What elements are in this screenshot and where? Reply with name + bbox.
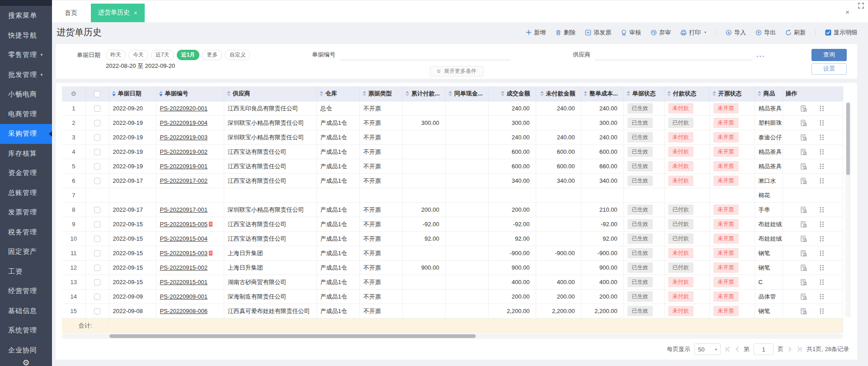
- print-button[interactable]: 打印 ▾: [680, 29, 706, 37]
- row-checkbox[interactable]: [94, 120, 100, 126]
- order-number-link[interactable]: PS-20220908-006: [160, 308, 208, 314]
- related-grid-icon[interactable]: [818, 235, 825, 242]
- delete-button[interactable]: 删除: [555, 29, 576, 37]
- tab-purchase-history[interactable]: 进货单历史 ×: [91, 4, 145, 22]
- import-button[interactable]: 导入: [726, 29, 746, 37]
- column-header[interactable]: 票据类型: [359, 86, 402, 101]
- column-header[interactable]: 开票状态: [709, 86, 755, 101]
- sidebar-item[interactable]: 小畅电商: [0, 85, 52, 105]
- vertical-scrollbar[interactable]: [845, 101, 851, 318]
- related-grid-icon[interactable]: [818, 308, 825, 314]
- row-checkbox[interactable]: [94, 221, 100, 228]
- related-grid-icon[interactable]: [818, 279, 825, 285]
- column-header[interactable]: 成交金额: [488, 86, 536, 101]
- date-pill[interactable]: 近7天: [151, 50, 174, 60]
- preview-document-icon[interactable]: [800, 163, 807, 170]
- related-grid-icon[interactable]: [818, 163, 825, 170]
- supplier-input[interactable]: [595, 50, 752, 60]
- column-header[interactable]: 仓库: [316, 86, 359, 101]
- preview-document-icon[interactable]: [800, 105, 807, 112]
- preview-document-icon[interactable]: [800, 119, 807, 127]
- related-grid-icon[interactable]: [818, 264, 825, 271]
- sidebar-item[interactable]: 固定资产: [0, 242, 52, 262]
- sidebar-item[interactable]: 零售管理▼: [0, 45, 52, 65]
- order-number-link[interactable]: PS-20220909-001: [160, 293, 208, 300]
- preview-document-icon[interactable]: [800, 148, 807, 156]
- refresh-button[interactable]: 刷新: [785, 29, 806, 37]
- related-grid-icon[interactable]: [818, 148, 825, 155]
- column-header[interactable]: 累计付款...: [402, 86, 445, 101]
- sort-arrows-icon[interactable]: [501, 91, 505, 96]
- query-button[interactable]: 查询: [811, 49, 847, 61]
- window-close-icon[interactable]: ×: [845, 8, 849, 16]
- sort-arrows-icon[interactable]: [448, 91, 452, 96]
- column-header[interactable]: 单据状态: [623, 86, 664, 101]
- settings-gear-icon[interactable]: ⚙: [22, 358, 29, 366]
- row-checkbox[interactable]: [94, 105, 100, 112]
- related-grid-icon[interactable]: [818, 250, 825, 257]
- column-header[interactable]: 未付款金额: [536, 86, 581, 101]
- related-grid-icon[interactable]: [818, 206, 825, 213]
- last-page-button[interactable]: [796, 347, 802, 352]
- preview-document-icon[interactable]: [800, 293, 807, 300]
- sidebar-item[interactable]: 资金管理: [0, 163, 52, 183]
- order-number-link[interactable]: PS-20220919-003: [160, 134, 208, 141]
- column-header[interactable]: 单据编号: [156, 86, 224, 101]
- order-no-input[interactable]: [340, 50, 511, 60]
- sort-arrows-icon[interactable]: [584, 91, 587, 96]
- sort-arrows-icon[interactable]: [712, 91, 716, 96]
- date-pill[interactable]: 昨天: [106, 50, 126, 60]
- add-button[interactable]: 新增: [526, 29, 546, 37]
- order-number-link[interactable]: PS-20220915-002: [160, 264, 208, 271]
- sidebar-item[interactable]: 采购管理: [0, 124, 52, 144]
- order-number-link[interactable]: PS-20220919-001: [160, 163, 208, 170]
- row-checkbox[interactable]: [94, 265, 100, 271]
- audit-button[interactable]: 审核: [621, 29, 641, 37]
- horizontal-scrollbar-thumb[interactable]: [109, 334, 476, 338]
- column-header[interactable]: 单据日期: [109, 86, 156, 101]
- order-number-link[interactable]: PS-20220917-002: [160, 177, 208, 184]
- column-header[interactable]: 供应商: [224, 86, 316, 101]
- order-number-link[interactable]: PS-20220919-004: [160, 119, 208, 126]
- first-page-button[interactable]: [725, 347, 731, 352]
- preview-document-icon[interactable]: [800, 308, 807, 315]
- column-header[interactable]: 付款状态: [664, 86, 709, 101]
- column-header[interactable]: 同单现金...: [445, 86, 488, 101]
- related-grid-icon[interactable]: [818, 119, 825, 126]
- sidebar-item[interactable]: 税务管理: [0, 223, 52, 242]
- order-number-link[interactable]: PS-20220919-002: [160, 148, 208, 155]
- preview-document-icon[interactable]: [800, 177, 807, 185]
- sort-arrows-icon[interactable]: [363, 91, 366, 96]
- page-number-input[interactable]: 1: [754, 343, 774, 355]
- sidebar-item[interactable]: 库存核算: [0, 144, 52, 164]
- export-button[interactable]: 导出: [755, 29, 776, 37]
- preview-document-icon[interactable]: [800, 221, 807, 228]
- row-checkbox[interactable]: [94, 207, 100, 213]
- sidebar-item[interactable]: 电商管理: [0, 105, 52, 124]
- order-number-link[interactable]: PS-20220920-001: [160, 105, 208, 112]
- sidebar-item[interactable]: 经营管理: [0, 281, 52, 301]
- preview-document-icon[interactable]: [800, 264, 807, 271]
- sort-arrows-icon[interactable]: [112, 91, 116, 96]
- unaudit-button[interactable]: 弃审: [651, 29, 671, 37]
- related-grid-icon[interactable]: [818, 177, 825, 184]
- sort-arrows-icon[interactable]: [227, 91, 231, 96]
- column-settings-gear-icon[interactable]: ⚙: [62, 86, 85, 101]
- tab-close-icon[interactable]: ×: [134, 10, 137, 16]
- sidebar-item[interactable]: 批发管理▼: [0, 65, 52, 85]
- sidebar-item[interactable]: 发票管理: [0, 203, 52, 223]
- supplier-picker-ellipsis[interactable]: ...: [756, 50, 765, 59]
- sort-arrows-icon[interactable]: [540, 91, 544, 96]
- sidebar-item[interactable]: 企业协同: [0, 341, 52, 361]
- print-dropdown-caret-icon[interactable]: ▾: [704, 30, 706, 34]
- vertical-scrollbar-thumb[interactable]: [846, 103, 850, 175]
- row-checkbox[interactable]: [94, 250, 100, 257]
- sort-arrows-icon[interactable]: [320, 91, 323, 96]
- sidebar-item[interactable]: 基础信息: [0, 301, 52, 321]
- related-grid-icon[interactable]: [818, 134, 825, 141]
- preview-document-icon[interactable]: [800, 279, 807, 286]
- add-invoice-button[interactable]: 添发票: [585, 29, 611, 37]
- tab-home[interactable]: 首页: [57, 4, 85, 22]
- row-checkbox[interactable]: [94, 279, 100, 285]
- row-checkbox[interactable]: [94, 134, 100, 141]
